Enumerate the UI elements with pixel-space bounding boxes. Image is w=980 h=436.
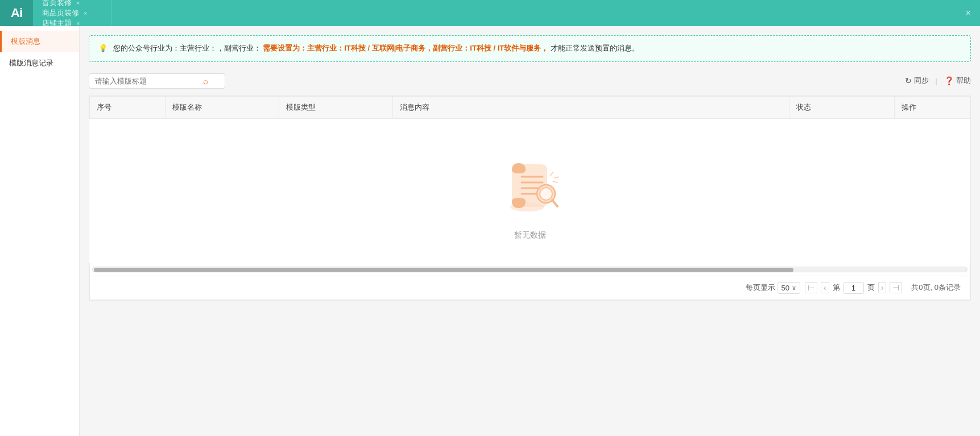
empty-state: 暂无数据 xyxy=(89,119,970,263)
first-page-button[interactable]: ⊢ xyxy=(805,282,817,293)
search-bar: ⌕ ↻ 同步 | ❓ 帮助 xyxy=(89,73,971,89)
next-page-button[interactable]: › xyxy=(878,282,887,293)
per-page-select: 每页显示 50 ∨ xyxy=(746,282,800,294)
table-header-row: 序号模版名称模版类型消息内容状态操作 xyxy=(90,96,970,118)
data-table: 序号模版名称模版类型消息内容状态操作 xyxy=(89,96,970,119)
sidebar-item-label: 模版消息 xyxy=(11,37,40,45)
scrollbar-thumb[interactable] xyxy=(94,268,793,272)
nav-tab-close[interactable]: × xyxy=(84,10,87,16)
help-icon: ❓ xyxy=(944,76,954,85)
svg-line-7 xyxy=(552,200,557,206)
notice-highlight: 需要设置为：主营行业：IT科技 / 互联网|电子商务，副营行业：IT科技 / I… xyxy=(263,44,548,52)
nav-tab-close[interactable]: × xyxy=(76,20,80,26)
per-page-chevron: ∨ xyxy=(792,284,796,292)
sidebar-item-label: 模版消息记录 xyxy=(9,59,53,67)
prev-page-button[interactable]: ‹ xyxy=(821,282,829,293)
search-input[interactable] xyxy=(95,77,203,85)
nav-tab-label: 店铺主题 xyxy=(42,18,72,26)
sidebar-item-template-msg[interactable]: 模版消息 xyxy=(0,31,79,52)
logo: Ai xyxy=(0,0,33,26)
notice-suffix: 才能正常发送预置的消息。 xyxy=(551,44,639,52)
notice-box: 💡 您的公众号行业为：主营行业：，副营行业： 需要设置为：主营行业：IT科技 /… xyxy=(89,35,971,62)
per-page-label: 每页显示 xyxy=(746,283,775,293)
empty-illustration xyxy=(496,153,564,221)
nav-tab-label: 首页装修 xyxy=(42,0,72,8)
svg-line-8 xyxy=(551,172,553,176)
help-label: 帮助 xyxy=(956,76,971,86)
search-actions: ↻ 同步 | ❓ 帮助 xyxy=(905,76,971,86)
sidebar-items-container: 模版消息模版消息记录 xyxy=(0,31,79,74)
main-layout: 模版消息模版消息记录 💡 您的公众号行业为：主营行业：，副营行业： 需要设置为：… xyxy=(0,26,980,436)
help-button[interactable]: ❓ 帮助 xyxy=(944,76,971,86)
col-header-index: 序号 xyxy=(90,96,166,118)
top-nav: Ai 首页微商城店铺设置×商品分类设置×首页装修×商品页装修×店铺主题×开通公众… xyxy=(0,0,980,26)
total-info: 共0页, 0条记录 xyxy=(911,283,961,293)
col-header-name: 模版名称 xyxy=(165,96,279,118)
page-unit: 页 xyxy=(867,283,875,293)
scrollbar-track[interactable] xyxy=(92,267,967,272)
nav-tabs-container: 首页微商城店铺设置×商品分类设置×首页装修×商品页装修×店铺主题×开通公众号商城… xyxy=(33,0,111,26)
page-input[interactable] xyxy=(843,282,864,294)
svg-line-9 xyxy=(555,177,559,178)
col-header-type: 模版类型 xyxy=(279,96,392,118)
col-header-action: 操作 xyxy=(895,96,970,118)
scrollbar-wrap xyxy=(89,263,970,276)
divider: | xyxy=(936,77,937,85)
empty-text: 暂无数据 xyxy=(514,230,546,240)
search-input-wrap[interactable]: ⌕ xyxy=(89,73,225,89)
nav-tab-close[interactable]: × xyxy=(76,0,80,6)
last-page-button[interactable]: ⊣ xyxy=(890,282,902,293)
page-nav: ⊢ ‹ 第 页 › ⊣ xyxy=(805,282,902,294)
nav-tab-label: 商品页装修 xyxy=(42,8,79,18)
per-page-value: 50 xyxy=(781,284,789,292)
nav-tab-productpage[interactable]: 商品页装修× xyxy=(33,8,111,18)
per-page-dropdown[interactable]: 50 ∨ xyxy=(778,282,800,294)
sidebar-item-template-record[interactable]: 模版消息记录 xyxy=(0,52,79,74)
col-header-content: 消息内容 xyxy=(393,96,789,118)
search-icon[interactable]: ⌕ xyxy=(203,76,208,86)
notice-prefix: 您的公众号行业为：主营行业：，副营行业： xyxy=(113,44,261,52)
svg-point-6 xyxy=(540,188,552,200)
page-label: 第 xyxy=(833,283,840,293)
sync-button[interactable]: ↻ 同步 xyxy=(905,76,929,86)
table-wrapper: 序号模版名称模版类型消息内容状态操作 xyxy=(89,95,971,301)
sync-label: 同步 xyxy=(914,76,929,86)
svg-line-10 xyxy=(553,181,557,182)
sync-icon: ↻ xyxy=(905,76,912,85)
notice-icon: 💡 xyxy=(98,44,107,52)
logo-text: Ai xyxy=(11,6,22,20)
nav-tab-theme[interactable]: 店铺主题× xyxy=(33,18,111,26)
sidebar: 模版消息模版消息记录 xyxy=(0,26,80,436)
close-all-button[interactable]: × xyxy=(957,0,980,26)
pagination-wrap: 每页显示 50 ∨ ⊢ ‹ 第 页 › ⊣ 共0页, 0条记录 xyxy=(89,276,970,300)
col-header-status: 状态 xyxy=(789,96,895,118)
nav-tab-homepage[interactable]: 首页装修× xyxy=(33,0,111,8)
content-area: 💡 您的公众号行业为：主营行业：，副营行业： 需要设置为：主营行业：IT科技 /… xyxy=(80,26,980,436)
